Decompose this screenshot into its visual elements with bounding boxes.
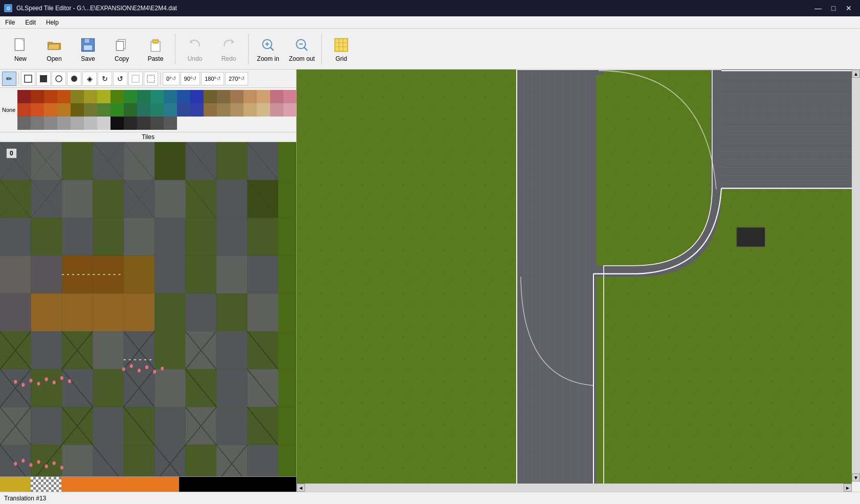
rotation-180-btn[interactable]: 180° ↺ <box>201 72 224 85</box>
swatch-r1c12[interactable] <box>164 90 177 103</box>
toolbar-sep-1 <box>175 34 175 64</box>
swatch-r2c16[interactable] <box>217 103 230 117</box>
pencil-tool[interactable]: ✏ <box>2 72 16 86</box>
swatch-r2c6[interactable] <box>84 103 97 117</box>
maximize-button[interactable]: □ <box>826 3 841 13</box>
swatch-r1c11[interactable] <box>150 90 164 103</box>
swatch-r1c16[interactable] <box>217 90 230 103</box>
swatch-r3c11[interactable] <box>150 117 164 130</box>
circle-outline-tool[interactable] <box>52 72 66 86</box>
swatch-r1c2[interactable] <box>31 90 44 103</box>
save-button[interactable]: Save <box>72 31 104 67</box>
menu-help[interactable]: Help <box>41 18 64 27</box>
swatch-r1c14[interactable] <box>190 90 204 103</box>
swatch-r1c18[interactable] <box>244 90 257 103</box>
bottom-black-swatch[interactable] <box>179 477 297 492</box>
swatch-r1c10[interactable] <box>137 90 150 103</box>
menu-edit[interactable]: Edit <box>20 18 41 27</box>
swatch-r2c17[interactable] <box>230 103 244 117</box>
scroll-down-arrow[interactable]: ▼ <box>852 473 860 482</box>
title-bar: ⚙ GLSpeed Tile Editor - G:\...E\EXPANSIO… <box>0 0 860 16</box>
new-button[interactable]: New <box>4 31 37 67</box>
circle-fill-tool[interactable] <box>67 72 81 86</box>
swatch-r3c9[interactable] <box>124 117 137 130</box>
bottom-checker-swatch[interactable] <box>31 477 61 492</box>
swatch-r2c20[interactable] <box>270 103 283 117</box>
fill-tool[interactable]: ◈ <box>82 72 97 86</box>
swatch-r3c5[interactable] <box>71 117 84 130</box>
swatch-r1c15[interactable] <box>204 90 217 103</box>
swatch-r1c19[interactable] <box>257 90 270 103</box>
rotation-90-btn[interactable]: 90° ↺ <box>181 72 201 85</box>
swatch-r3c7[interactable] <box>97 117 111 130</box>
rotation-0-btn[interactable]: 0° ↺ <box>163 72 180 85</box>
swatch-r2c14[interactable] <box>190 103 204 117</box>
swatch-r2c9[interactable] <box>124 103 137 117</box>
swatch-r2c10[interactable] <box>137 103 150 117</box>
swatch-r1c13[interactable] <box>177 90 190 103</box>
scroll-up-arrow[interactable]: ▲ <box>852 70 860 78</box>
swatch-r3c8[interactable] <box>111 117 124 130</box>
swatch-r2c7[interactable] <box>97 103 111 117</box>
tiles-canvas[interactable]: 0 <box>0 142 296 476</box>
swatch-r2c18[interactable] <box>244 103 257 117</box>
svg-rect-88 <box>247 218 278 256</box>
swatch-r3c1[interactable] <box>17 117 31 130</box>
swatch-r2c4[interactable] <box>57 103 71 117</box>
swatch-r1c21[interactable] <box>283 90 297 103</box>
swatch-r2c1[interactable] <box>17 103 31 117</box>
rect-fill-tool[interactable] <box>36 72 51 86</box>
swatch-r2c5[interactable] <box>71 103 84 117</box>
swatch-r2c21[interactable] <box>283 103 297 117</box>
swatch-r1c7[interactable] <box>97 90 111 103</box>
copy-button[interactable]: Copy <box>105 31 138 67</box>
scroll-track-horizontal[interactable] <box>305 484 844 492</box>
swatch-r1c3[interactable] <box>44 90 57 103</box>
swatch-r2c13[interactable] <box>177 103 190 117</box>
toolbar-sep-2 <box>248 34 249 64</box>
swatch-r3c6[interactable] <box>84 117 97 130</box>
swatch-r1c5[interactable] <box>71 90 84 103</box>
scroll-track-vertical[interactable] <box>852 78 860 473</box>
swatch-r2c11[interactable] <box>150 103 164 117</box>
swatch-r3c10[interactable] <box>137 117 150 130</box>
swatch-r1c1[interactable] <box>17 90 31 103</box>
viewport-canvas[interactable] <box>297 70 852 484</box>
swatch-r1c17[interactable] <box>230 90 244 103</box>
rotation-270-btn[interactable]: 270° ↺ <box>225 72 248 85</box>
menu-file[interactable]: File <box>0 18 20 27</box>
swatch-r2c15[interactable] <box>204 103 217 117</box>
eraser-tool[interactable] <box>128 72 143 86</box>
select-tool[interactable] <box>144 72 158 86</box>
swatch-r2c19[interactable] <box>257 103 270 117</box>
redo-button: Redo <box>212 31 245 67</box>
swatch-r3c12[interactable] <box>164 117 177 130</box>
swatch-r3c4[interactable] <box>57 117 71 130</box>
swatch-r1c9[interactable] <box>124 90 137 103</box>
swatch-r2c8[interactable] <box>111 103 124 117</box>
swatch-r2c12[interactable] <box>164 103 177 117</box>
swatch-r1c6[interactable] <box>84 90 97 103</box>
minimize-button[interactable]: — <box>811 3 825 13</box>
swatch-r3c3[interactable] <box>44 117 57 130</box>
bottom-orange-swatch[interactable] <box>61 477 179 492</box>
swatch-r3c2[interactable] <box>31 117 44 130</box>
scroll-right-arrow[interactable]: ► <box>844 484 852 492</box>
bottom-yellow-swatch[interactable] <box>0 477 31 492</box>
grid-button[interactable]: Grid <box>325 31 358 67</box>
zoom-out-button[interactable]: Zoom out <box>285 31 318 67</box>
swatch-r2c3[interactable] <box>44 103 57 117</box>
swatch-r1c20[interactable] <box>270 90 283 103</box>
swatch-r2c2[interactable] <box>31 103 44 117</box>
zoom-in-button[interactable]: Zoom in <box>252 31 284 67</box>
open-button[interactable]: Open <box>38 31 71 67</box>
rotate-cw-tool[interactable]: ↻ <box>98 72 112 86</box>
svg-rect-65 <box>155 180 185 218</box>
rect-outline-tool[interactable] <box>21 72 35 86</box>
paste-button[interactable]: Paste <box>139 31 172 67</box>
scroll-left-arrow[interactable]: ◄ <box>297 484 305 492</box>
rotate-ccw-tool[interactable]: ↺ <box>113 72 127 86</box>
swatch-r1c4[interactable] <box>57 90 71 103</box>
close-button[interactable]: ✕ <box>842 3 856 13</box>
swatch-r1c8[interactable] <box>111 90 124 103</box>
